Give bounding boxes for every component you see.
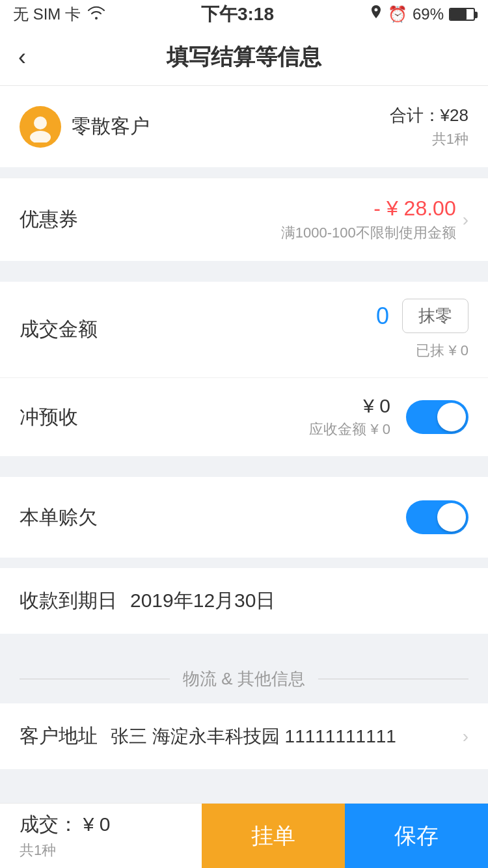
customer-name: 零散客户 <box>72 113 150 140</box>
round-off-button[interactable]: 抹零 <box>402 299 468 333</box>
hold-button[interactable]: 挂单 <box>202 804 345 868</box>
debt-row: 本单赊欠 <box>0 477 488 558</box>
logistics-line-right <box>318 679 468 679</box>
coupon-label: 优惠券 <box>20 206 78 233</box>
location-icon <box>370 5 383 23</box>
prepay-row: 冲预收 ¥ 0 应收金额 ¥ 0 <box>0 377 488 456</box>
save-button[interactable]: 保存 <box>345 804 488 868</box>
coupon-desc: 满1000-100不限制使用金额 <box>281 223 456 243</box>
debt-toggle[interactable] <box>406 500 468 534</box>
logistics-header: 物流 & 其他信息 <box>0 655 488 703</box>
logistics-line-left <box>20 679 170 679</box>
battery-icon <box>449 8 475 21</box>
svg-point-1 <box>30 131 51 142</box>
coupon-chevron-icon: › <box>463 210 468 230</box>
divider-3 <box>0 644 488 655</box>
item-count: 共1种 <box>390 129 468 149</box>
total-amount: 合计：¥28 <box>390 104 468 127</box>
bottom-deal-label: 成交： <box>20 813 78 835</box>
address-value: 张三 海淀永丰科技园 11111111111 <box>111 724 450 749</box>
bottom-deal-amount: 成交： ¥ 0 <box>20 811 182 838</box>
prepay-info: ¥ 0 应收金额 ¥ 0 <box>309 395 390 439</box>
customer-row: 零散客户 合计：¥28 共1种 <box>0 86 488 167</box>
due-date-value: 2019年12月30日 <box>130 588 275 614</box>
bottom-bar: 成交： ¥ 0 共1种 挂单 保存 <box>0 803 488 868</box>
divider-1 <box>0 271 488 282</box>
address-chevron-icon: › <box>463 726 468 747</box>
coupon-right: - ¥ 28.00 满1000-100不限制使用金额 › <box>281 197 468 243</box>
prepay-sub: 应收金额 ¥ 0 <box>309 420 390 439</box>
divider-2 <box>0 467 488 477</box>
amount-section: 成交金额 0 抹零 已抹 ¥ 0 冲预收 ¥ 0 应收金额 ¥ 0 <box>0 282 488 456</box>
customer-avatar <box>20 106 61 148</box>
status-right: ⏰ 69% <box>370 5 475 23</box>
battery-percent: 69% <box>413 5 444 23</box>
bottom-item-count: 共1种 <box>20 841 182 860</box>
page-title: 填写结算等信息 <box>167 42 321 72</box>
deal-amount-sub: 已抹 ¥ 0 <box>416 341 468 360</box>
wifi-icon <box>87 5 105 23</box>
status-left: 无 SIM 卡 <box>13 4 105 25</box>
deal-amount-row: 成交金额 0 抹零 已抹 ¥ 0 <box>0 282 488 377</box>
prepay-toggle[interactable] <box>406 400 468 434</box>
customer-total: 合计：¥28 共1种 <box>390 104 468 149</box>
coupon-info: - ¥ 28.00 满1000-100不限制使用金额 <box>281 197 456 243</box>
logistics-text: 物流 & 其他信息 <box>170 668 318 690</box>
coupon-section: 优惠券 - ¥ 28.00 满1000-100不限制使用金额 › <box>0 178 488 261</box>
customer-info: 零散客户 <box>20 106 150 148</box>
address-label: 客户地址 <box>20 723 98 750</box>
alarm-icon: ⏰ <box>388 5 407 23</box>
status-bar: 无 SIM 卡 下午3:18 ⏰ 69% <box>0 0 488 29</box>
nav-bar: ‹ 填写结算等信息 <box>0 29 488 86</box>
due-date-row: 收款到期日 2019年12月30日 <box>0 568 488 634</box>
deal-amount-label: 成交金额 <box>20 316 98 343</box>
svg-point-0 <box>34 116 47 129</box>
deal-amount-right: 0 抹零 <box>376 299 468 333</box>
toggle-knob <box>437 403 466 431</box>
no-sim-text: 无 SIM 卡 <box>13 4 81 25</box>
coupon-row[interactable]: 优惠券 - ¥ 28.00 满1000-100不限制使用金额 › <box>0 178 488 261</box>
address-row[interactable]: 客户地址 张三 海淀永丰科技园 11111111111 › <box>0 703 488 769</box>
deal-amount-value: 0 <box>376 303 389 330</box>
prepay-right: ¥ 0 应收金额 ¥ 0 <box>309 395 468 439</box>
bottom-deal-value: ¥ 0 <box>83 813 111 835</box>
debt-toggle-knob <box>437 503 466 532</box>
prepay-label: 冲预收 <box>20 404 78 431</box>
coupon-discount: - ¥ 28.00 <box>281 197 456 221</box>
debt-label: 本单赊欠 <box>20 504 98 531</box>
due-date-label: 收款到期日 <box>20 588 117 614</box>
bottom-info: 成交： ¥ 0 共1种 <box>0 804 202 868</box>
back-button[interactable]: ‹ <box>18 44 26 71</box>
status-time: 下午3:18 <box>201 2 274 27</box>
prepay-amount: ¥ 0 <box>309 395 390 417</box>
